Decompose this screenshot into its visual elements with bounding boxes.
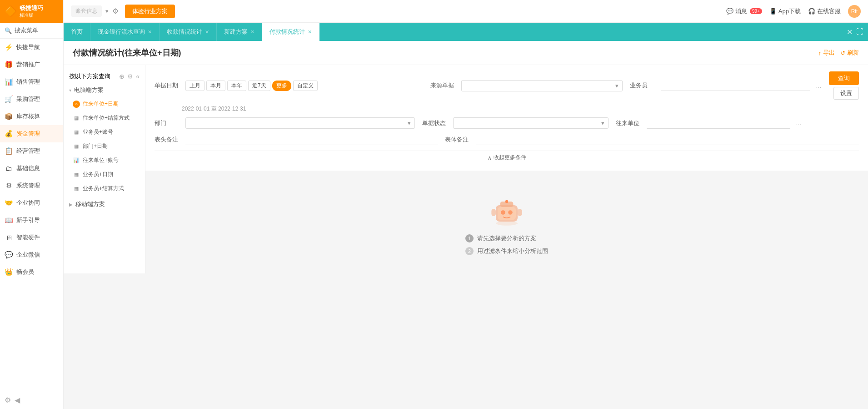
topbar: 账套信息 ▾ ⚙ 体验行业方案 💬 消息 99+ 📱 App下载 🎧 在线客服 … <box>64 0 868 23</box>
sidebar-item-label: 系统管理 <box>16 182 40 190</box>
body-note-input[interactable] <box>476 134 859 145</box>
trial-btn[interactable]: 体验行业方案 <box>125 5 175 18</box>
scheme-item-salesperson-account[interactable]: ▦ 业务员+账号 <box>64 125 145 139</box>
scheme-item-dept-date[interactable]: ▦ 部门+日期 <box>64 139 145 153</box>
scheme-item-partner-account[interactable]: 📊 往来单位+账号 <box>64 153 145 167</box>
scheme-item-partner-settle[interactable]: ▦ 往来单位+结算方式 <box>64 111 145 125</box>
doc-status-select[interactable]: ▾ <box>453 117 608 129</box>
scheme-item-icon-salesperson-account: ▦ <box>73 129 80 136</box>
date-btns: 上月 本月 本年 近7天 更多 自定义 <box>185 81 318 91</box>
tab-home[interactable]: 首页 <box>64 23 90 41</box>
sidebar-item-operations[interactable]: 📋 经营管理 <box>0 142 63 160</box>
refresh-btn[interactable]: ↺ 刷新 <box>840 49 859 57</box>
topbar-account[interactable]: 账套信息 <box>71 5 102 17</box>
query-btn[interactable]: 查询 <box>829 71 859 85</box>
logo-text: 畅捷通巧 <box>20 4 43 12</box>
scheme-collapse-btn[interactable]: « <box>136 73 140 80</box>
sidebar-item-label: 销售管理 <box>16 78 40 86</box>
partner-input[interactable] <box>647 118 790 129</box>
sidebar-item-purchase[interactable]: 🛒 采购管理 <box>0 91 63 108</box>
sidebar-logo: 🔶 畅捷通巧 标准版 <box>0 0 63 23</box>
member-icon: 👑 <box>5 268 13 276</box>
user-avatar[interactable]: Rit <box>848 5 861 18</box>
date-btn-custom[interactable]: 自定义 <box>293 81 318 91</box>
content-area: 付款情况统计(往来单位+日期) ↑ 导出 ↺ 刷新 按以下方案查询 ⊕ <box>64 41 868 409</box>
export-btn[interactable]: ↑ 导出 <box>818 49 835 57</box>
tab-bank-flow[interactable]: 现金银行流水查询 ✕ <box>90 23 160 41</box>
tab-new-plan-close[interactable]: ✕ <box>250 29 254 35</box>
dept-select[interactable]: ▾ <box>185 117 415 129</box>
date-btn-this-year[interactable]: 本年 <box>227 81 246 91</box>
search-label: 搜索菜单 <box>15 26 38 35</box>
service-btn[interactable]: 🎧 在线客服 <box>808 7 841 15</box>
tab-bank-flow-close[interactable]: ✕ <box>148 29 152 35</box>
partner-dots[interactable]: … <box>796 120 802 126</box>
sidebar-item-sales[interactable]: 📊 销售管理 <box>0 73 63 91</box>
sidebar-item-hardware[interactable]: 🖥 智能硬件 <box>0 229 63 246</box>
scheme-item-partner-date[interactable]: ○ 往来单位+日期 <box>64 97 145 111</box>
tab-close-all-btn[interactable]: ✕ <box>847 28 853 36</box>
scheme-desktop-header[interactable]: ▾ 电脑端方案 <box>64 83 145 97</box>
scheme-mobile-header[interactable]: ▶ 移动端方案 <box>64 197 145 211</box>
sidebar-item-marketing[interactable]: 🎁 营销推广 <box>0 56 63 73</box>
sidebar-search[interactable]: 🔍 搜索菜单 <box>0 23 63 39</box>
logo-sub: 标准版 <box>20 12 43 19</box>
scheme-item-label: 往来单位+账号 <box>83 157 119 164</box>
tab-expand-btn[interactable]: ⛶ <box>856 28 863 36</box>
tabbar-right: ✕ ⛶ <box>842 23 868 41</box>
service-label: 在线客服 <box>817 7 841 15</box>
doc-status-select-arrow: ▾ <box>601 120 604 126</box>
filter-dept-col: 部门 ▾ <box>155 117 415 129</box>
topbar-settings-icon[interactable]: ⚙ <box>112 7 119 15</box>
scheme-settings-btn[interactable]: ⚙ <box>127 73 133 80</box>
refresh-icon: ↺ <box>840 50 845 56</box>
sidebar-item-label: 采购管理 <box>16 95 40 103</box>
sidebar-settings-btn[interactable]: ⚙ <box>5 396 11 404</box>
sidebar-item-finance[interactable]: 💰 资金管理 <box>0 125 63 142</box>
sidebar-item-guide[interactable]: 📖 新手引导 <box>0 212 63 229</box>
sidebar-item-enterprise[interactable]: 🤝 企业协同 <box>0 194 63 212</box>
sidebar-item-inventory[interactable]: 📦 库存核算 <box>0 108 63 125</box>
settings-btn[interactable]: 设置 <box>833 87 859 100</box>
sidebar-item-member[interactable]: 👑 畅会员 <box>0 263 63 281</box>
sidebar-item-system[interactable]: ⚙ 系统管理 <box>0 177 63 194</box>
scheme-panel-actions: ⊕ ⚙ « <box>119 73 140 80</box>
date-btn-this-month[interactable]: 本月 <box>206 81 225 91</box>
filter-row-3: 表头备注 表体备注 <box>155 134 859 145</box>
sidebar-item-quick-nav[interactable]: ⚡ 快捷导航 <box>0 39 63 56</box>
scheme-add-btn[interactable]: ⊕ <box>119 73 125 80</box>
date-btn-last-7[interactable]: 近7天 <box>248 81 270 91</box>
tip-num-2: 2 <box>465 247 474 255</box>
tabbar: 首页 现金银行流水查询 ✕ 收款情况统计 ✕ 新建方案 ✕ 付款情况统计 ✕ ✕… <box>64 23 868 41</box>
tab-payment-stats-close[interactable]: ✕ <box>308 29 312 35</box>
filter-doc-status-col: 单据状态 ▾ <box>422 117 608 129</box>
source-select[interactable]: ▾ <box>461 80 622 91</box>
svg-rect-7 <box>491 209 496 216</box>
tab-receipt-stats-close[interactable]: ✕ <box>205 29 209 35</box>
filter-body-note-col: 表体备注 <box>445 134 859 145</box>
date-btn-more[interactable]: 更多 <box>272 81 291 91</box>
topbar-dropdown-arrow[interactable]: ▾ <box>105 8 109 15</box>
service-icon: 🎧 <box>808 8 815 15</box>
svg-point-6 <box>505 200 508 203</box>
date-btn-last-month[interactable]: 上月 <box>185 81 205 91</box>
sidebar-collapse-btn[interactable]: ◀ <box>15 396 20 404</box>
sidebar-item-label: 营销推广 <box>16 61 40 69</box>
message-btn[interactable]: 💬 消息 99+ <box>726 7 762 15</box>
app-download-btn[interactable]: 📱 App下载 <box>769 7 801 15</box>
scheme-panel-title: 按以下方案查询 <box>69 72 110 81</box>
sidebar-item-wechat[interactable]: 💬 企业微信 <box>0 246 63 263</box>
salesperson-input[interactable] <box>661 80 810 91</box>
tab-receipt-stats[interactable]: 收款情况统计 ✕ <box>160 23 217 41</box>
salesperson-dots[interactable]: … <box>816 82 822 89</box>
collapse-btn[interactable]: ∧ 收起更多条件 <box>155 151 859 164</box>
header-note-input[interactable] <box>185 134 438 145</box>
tab-payment-stats[interactable]: 付款情况统计 ✕ <box>262 23 319 41</box>
scheme-item-salesperson-settle[interactable]: ▦ 业务员+结算方式 <box>64 182 145 196</box>
scheme-item-salesperson-date[interactable]: ▦ 业务员+日期 <box>64 167 145 182</box>
sidebar: 🔶 畅捷通巧 标准版 🔍 搜索菜单 ⚡ 快捷导航 🎁 营销推广 📊 销售管理 🛒… <box>0 0 64 409</box>
sidebar-item-basic-info[interactable]: 🗂 基础信息 <box>0 160 63 177</box>
search-icon: 🔍 <box>5 27 12 34</box>
tab-new-plan[interactable]: 新建方案 ✕ <box>217 23 262 41</box>
sidebar-item-label: 快捷导航 <box>16 43 40 51</box>
